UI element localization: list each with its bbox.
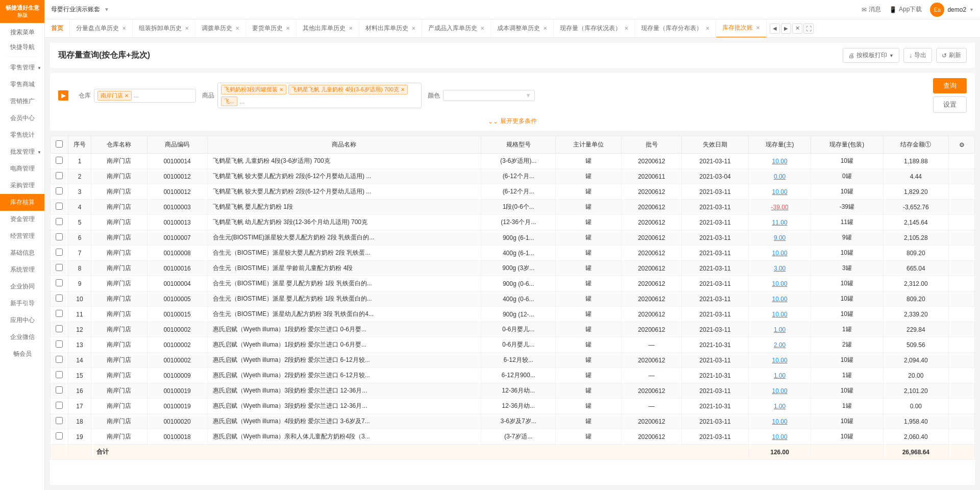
cell-checkbox[interactable]	[51, 383, 68, 399]
sidebar-item-retail-mgmt[interactable]: 零售管理	[0, 59, 44, 76]
row-checkbox-8[interactable]	[56, 279, 63, 286]
row-checkbox-1[interactable]	[56, 172, 63, 179]
cell-stock-main[interactable]: 10.00	[748, 353, 811, 368]
goods-tag-feihe4-remove[interactable]: ✕	[401, 87, 405, 92]
tab-close-tiaobo[interactable]: ✕	[235, 26, 239, 31]
cell-stock-main[interactable]: 2.00	[748, 337, 811, 353]
tab-close-all-btn[interactable]: ✕	[792, 23, 802, 34]
tab-tiaobo[interactable]: 调拨单历史 ✕	[195, 19, 246, 38]
tab-next-btn[interactable]: ▶	[781, 23, 791, 34]
cell-stock-main[interactable]: -39.00	[748, 200, 811, 215]
cell-checkbox[interactable]	[51, 261, 68, 276]
tab-zucai[interactable]: 组装拆卸单历史 ✕	[133, 19, 195, 38]
sidebar-item-appcenter[interactable]: 应用中心	[0, 312, 44, 329]
sidebar-item-inventory[interactable]: 库存核算	[0, 194, 44, 211]
row-checkbox-15[interactable]	[56, 386, 63, 394]
row-checkbox-14[interactable]	[56, 371, 63, 378]
tab-home[interactable]: 首页	[45, 19, 70, 38]
cell-stock-main[interactable]: 3.00	[748, 261, 811, 276]
th-settings[interactable]: ⚙	[949, 136, 975, 154]
cell-stock-main[interactable]: 10.00	[748, 154, 811, 169]
sidebar-item-enterprise[interactable]: 企业协同	[0, 278, 44, 295]
tab-close-xianzai1[interactable]: ✕	[624, 26, 628, 31]
tab-prev-btn[interactable]: ◀	[770, 23, 780, 34]
sidebar-item-system[interactable]: 系统管理	[0, 261, 44, 278]
sidebar-item-wechat[interactable]: 企业微信	[0, 329, 44, 346]
cell-checkbox[interactable]	[51, 291, 68, 307]
tab-close-chengben[interactable]: ✕	[543, 26, 547, 31]
cell-checkbox[interactable]	[51, 246, 68, 261]
cell-stock-main[interactable]: 10.00	[748, 307, 811, 322]
row-checkbox-11[interactable]	[56, 325, 63, 332]
tab-close-cailiao[interactable]: ✕	[411, 26, 415, 31]
cell-stock-main[interactable]: 0.00	[748, 169, 811, 184]
sidebar-item-retail-mall[interactable]: 零售商城	[0, 76, 44, 93]
row-checkbox-9[interactable]	[56, 295, 63, 302]
row-checkbox-0[interactable]	[56, 157, 63, 164]
row-checkbox-7[interactable]	[56, 264, 63, 271]
tab-chengpin[interactable]: 产成品入库单历史 ✕	[422, 19, 491, 38]
cell-stock-main[interactable]: 10.00	[748, 414, 811, 429]
sidebar-item-vip[interactable]: 畅会员	[0, 346, 44, 362]
warehouse-tag-input[interactable]: 南岸门店 ✕ ...	[94, 89, 196, 103]
sidebar-item-retail-stats[interactable]: 零售统计	[0, 127, 44, 143]
sidebar-item-member[interactable]: 会员中心	[0, 110, 44, 127]
topbar-msg[interactable]: ✉ 消息	[862, 5, 881, 14]
cell-stock-main[interactable]: 10.00	[748, 246, 811, 261]
cell-checkbox[interactable]	[51, 200, 68, 215]
topbar-arrow[interactable]: ▼	[104, 7, 109, 12]
row-checkbox-4[interactable]	[56, 218, 63, 225]
goods-tag-feihe3-remove[interactable]: ✕	[279, 87, 283, 92]
sidebar-item-ecommerce[interactable]: 电商管理	[0, 160, 44, 177]
cell-stock-main[interactable]: 10.00	[748, 429, 811, 445]
tab-fenpan[interactable]: 分量盘点单历史 ✕	[70, 19, 133, 38]
cell-checkbox[interactable]	[51, 215, 68, 230]
row-checkbox-10[interactable]	[56, 310, 63, 317]
sidebar-item-newguide[interactable]: 新手引导	[0, 295, 44, 312]
tab-cailiao[interactable]: 材料出库单历史 ✕	[359, 19, 422, 38]
print-button[interactable]: 🖨 按模板打印 ▼	[843, 48, 899, 63]
tab-close-fenpan[interactable]: ✕	[122, 26, 126, 31]
cell-checkbox[interactable]	[51, 399, 68, 414]
sidebar-item-finance[interactable]: 资金管理	[0, 211, 44, 228]
goods-tag-input[interactable]: 飞鹤奶粉3段丙罐摆装 ✕ 飞鹤星飞帆 儿童奶粉 4段(3-6岁适用) 700克 …	[217, 83, 422, 108]
tab-close-chengpin[interactable]: ✕	[480, 26, 484, 31]
cell-checkbox[interactable]	[51, 154, 68, 169]
row-checkbox-12[interactable]	[56, 340, 63, 348]
cell-stock-main[interactable]: 10.00	[748, 184, 811, 200]
cell-checkbox[interactable]	[51, 353, 68, 368]
cell-checkbox[interactable]	[51, 322, 68, 337]
row-checkbox-13[interactable]	[56, 356, 63, 363]
tab-maximize-btn[interactable]: ⛶	[803, 23, 814, 34]
cell-checkbox[interactable]	[51, 230, 68, 246]
sidebar-item-wholesale[interactable]: 批发管理	[0, 143, 44, 160]
tab-chengben[interactable]: 成本调整单历史 ✕	[491, 19, 554, 38]
row-checkbox-3[interactable]	[56, 203, 63, 210]
cell-checkbox[interactable]	[51, 184, 68, 200]
warehouse-tag-remove[interactable]: ✕	[125, 93, 129, 99]
cell-checkbox[interactable]	[51, 276, 68, 291]
cell-stock-main[interactable]: 11.00	[748, 215, 811, 230]
cell-stock-main[interactable]: 1.00	[748, 368, 811, 383]
cell-checkbox[interactable]	[51, 307, 68, 322]
warehouse-more[interactable]: ...	[134, 92, 139, 99]
cell-checkbox[interactable]	[51, 337, 68, 353]
row-checkbox-16[interactable]	[56, 402, 63, 409]
cell-checkbox[interactable]	[51, 414, 68, 429]
tab-close-pipici[interactable]: ✕	[756, 25, 760, 31]
color-tag-input[interactable]: ▼	[443, 90, 535, 101]
th-checkbox[interactable]	[51, 136, 68, 154]
tab-close-zucai[interactable]: ✕	[185, 26, 189, 31]
goods-more-dots[interactable]: ...	[239, 98, 244, 105]
select-all-checkbox[interactable]	[56, 140, 63, 148]
sidebar-logo[interactable]: 畅捷通好生意 标版	[0, 0, 45, 23]
cell-stock-main[interactable]: 9.00	[748, 230, 811, 246]
export-button[interactable]: ↓ 导出	[903, 48, 932, 63]
sidebar-item-purchase[interactable]: 采购管理	[0, 177, 44, 194]
sidebar-item-basic[interactable]: 基础信息	[0, 244, 44, 261]
cell-checkbox[interactable]	[51, 429, 68, 445]
setting-button[interactable]: 设置	[933, 96, 967, 113]
row-checkbox-17[interactable]	[56, 417, 63, 424]
tab-xianzai1[interactable]: 现存量（库存状况表） ✕	[554, 19, 635, 38]
tab-close-xianzai2[interactable]: ✕	[705, 26, 709, 31]
